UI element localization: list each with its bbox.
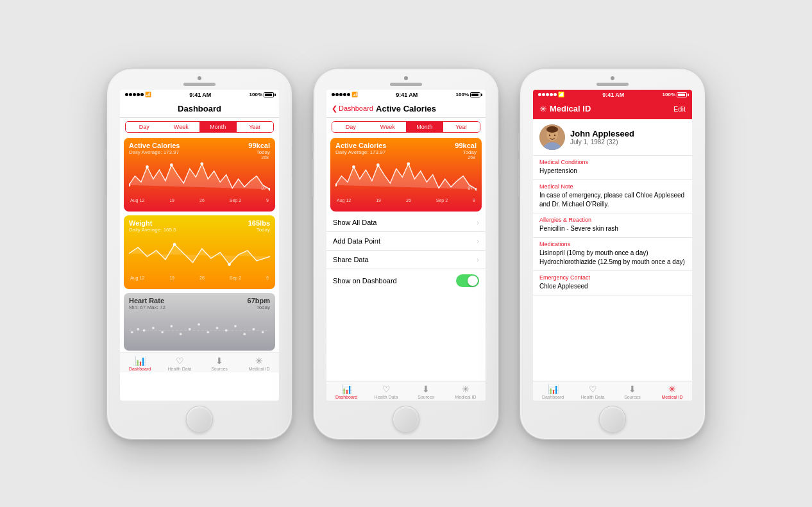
seg-month-p1[interactable]: Month [199, 122, 237, 132]
svg-point-25 [352, 165, 355, 168]
medical-edit-button[interactable]: Edit [673, 105, 686, 113]
heartrate-card-p1: Heart Rate Min: 67 Max: 72 67bpm Today [124, 293, 275, 351]
speaker-p3 [596, 83, 629, 86]
back-button-p2[interactable]: ❮ Dashboard [332, 104, 373, 113]
medical-note-label: Medical Note [539, 183, 686, 190]
tab-label-sources-p1: Sources [211, 367, 228, 371]
speaker-p2 [390, 83, 422, 86]
tab-label-health-p1: Health Data [168, 367, 192, 371]
calories-subtitle-p1: Daily Average: 173.97 [129, 149, 180, 155]
calories-chart-p1 [129, 155, 270, 197]
svg-point-32 [546, 126, 558, 133]
user-dob: July 1, 1982 (32) [570, 138, 634, 145]
phone-1-dashboard: 📶 9:41 AM 100% Dashboard Day Week Month … [106, 68, 292, 440]
svg-point-10 [152, 326, 155, 329]
seg-year-p2[interactable]: Year [443, 122, 480, 132]
status-time-p3: 9:41 AM [602, 92, 624, 98]
phone-1-nav: Dashboard [120, 100, 279, 118]
toggle-dashboard-switch[interactable] [456, 274, 479, 287]
menu-add-data[interactable]: Add Data Point › [326, 232, 486, 251]
back-chevron: ❮ [332, 104, 337, 113]
seg-day-p2[interactable]: Day [332, 122, 369, 132]
weight-card-p1: Weight Daily Average: 165.5 165lbs Today [124, 215, 275, 289]
status-battery-area: 100% [250, 92, 274, 97]
tab-icon-dashboard-p3: 📊 [548, 384, 559, 394]
phone-2-title: Active Calories [376, 104, 436, 113]
medical-note-section: Medical Note In case of emergency, pleas… [533, 180, 692, 213]
cal-high-p1: 268 [261, 155, 269, 160]
camera-dot-p3 [611, 76, 614, 80]
hr-value-p1: 67bpm [248, 297, 270, 304]
toggle-knob [468, 276, 478, 286]
signal-dot-3 [133, 93, 136, 96]
phone-2-top [314, 69, 498, 90]
tab-medicalid-p1[interactable]: ✳ Medical ID [239, 356, 279, 371]
battery-percent-p2: 100% [456, 92, 469, 97]
seg-month-p2[interactable]: Month [406, 122, 443, 132]
wifi-icon-p2: 📶 [351, 92, 358, 97]
signal-dot-2 [129, 93, 132, 96]
menu-show-all[interactable]: Show All Data › [326, 213, 486, 232]
home-button-p2[interactable] [393, 406, 419, 433]
tab-healthdata-p1[interactable]: ♡ Health Data [160, 356, 199, 371]
seg-year-p1[interactable]: Year [237, 122, 274, 132]
tab-dashboard-p2[interactable]: 📊 Dashboard [326, 384, 366, 399]
seg-week-p1[interactable]: Week [163, 122, 200, 132]
battery-fill [265, 94, 272, 96]
svg-point-12 [170, 324, 173, 327]
seg-week-p2[interactable]: Week [369, 122, 407, 132]
home-button-p1[interactable] [186, 406, 213, 433]
svg-point-26 [376, 163, 380, 167]
chevron-add-data: › [477, 237, 479, 245]
menu-share[interactable]: Share Data › [326, 251, 486, 269]
phone-2-tab-bar[interactable]: 📊 Dashboard ♡ Health Data ⬇ Sources ✳ Me… [326, 381, 486, 401]
tab-dashboard-p1[interactable]: 📊 Dashboard [120, 356, 160, 371]
tab-icon-dashboard-p2: 📊 [341, 384, 352, 394]
tab-health-p3[interactable]: ♡ Health Data [573, 384, 613, 399]
phone-2-segments[interactable]: Day Week Month Year [332, 121, 480, 133]
cal-low-p2: 87 [468, 186, 475, 190]
tab-icon-health-p1: ♡ [176, 356, 184, 366]
tab-label-medical-p2: Medical ID [455, 395, 476, 399]
detail-list-p2: Show All Data › Add Data Point › Share D… [326, 213, 486, 381]
svg-point-3 [200, 162, 203, 165]
tab-medical-p2[interactable]: ✳ Medical ID [446, 384, 486, 399]
emergency-contact-section: Emergency Contact Chloe Appleseed [533, 271, 692, 295]
signal-dot-5 [140, 93, 144, 96]
phone-1-title: Dashboard [178, 104, 221, 113]
medications-label: Medications [539, 241, 686, 247]
svg-point-21 [253, 328, 255, 330]
allergies-label: Allergies & Reaction [539, 217, 686, 223]
battery-pct-p3: 100% [663, 92, 675, 97]
tab-dashboard-p3[interactable]: 📊 Dashboard [533, 384, 573, 399]
tab-sources-p3[interactable]: ⬇ Sources [613, 384, 652, 399]
tab-icon-medical-p1: ✳ [255, 356, 263, 366]
home-button-p3[interactable] [599, 406, 626, 433]
phone-1-screen: 📶 9:41 AM 100% Dashboard Day Week Month … [120, 90, 279, 401]
signal-dot-1 [125, 93, 128, 96]
seg-day-p1[interactable]: Day [126, 122, 163, 132]
tab-medical-p3[interactable]: ✳ Medical ID [652, 384, 692, 399]
camera-dot-p2 [404, 76, 408, 80]
chevron-share: › [477, 256, 479, 263]
tab-sources-p2[interactable]: ⬇ Sources [406, 384, 446, 399]
status-time: 9:41 AM [189, 92, 211, 98]
phone-1-segments[interactable]: Day Week Month Year [125, 121, 274, 133]
phone-3-tab-bar[interactable]: 📊 Dashboard ♡ Health Data ⬇ Sources ✳ Me… [533, 381, 692, 401]
tab-label-health-p3: Health Data [581, 395, 605, 399]
back-label-p2: Dashboard [339, 104, 373, 112]
phones-container: 📶 9:41 AM 100% Dashboard Day Week Month … [94, 55, 718, 453]
cal-sub-p2: Daily Average: 173.97 [335, 149, 386, 155]
svg-point-6 [228, 263, 231, 266]
calories-card-p2: Active Calories Daily Average: 173.97 99… [330, 138, 482, 212]
toggle-dashboard-label: Show on Dashboard [333, 277, 397, 285]
user-section: John Appleseed July 1, 1982 (32) [533, 119, 692, 156]
emergency-contact-value: Chloe Appleseed [539, 282, 686, 291]
tab-health-p2[interactable]: ♡ Health Data [366, 384, 406, 399]
phone-2-detail: 📶 9:41 AM 100% ❮ Dashboard Active Calori… [313, 68, 499, 440]
tab-sources-p1[interactable]: ⬇ Sources [199, 356, 239, 371]
svg-point-7 [131, 331, 133, 333]
battery-p3 [677, 92, 687, 97]
medications-section: Medications Lisinopril (10mg by mouth on… [533, 238, 692, 271]
phone-1-tab-bar[interactable]: 📊 Dashboard ♡ Health Data ⬇ Sources ✳ Me… [120, 353, 279, 372]
